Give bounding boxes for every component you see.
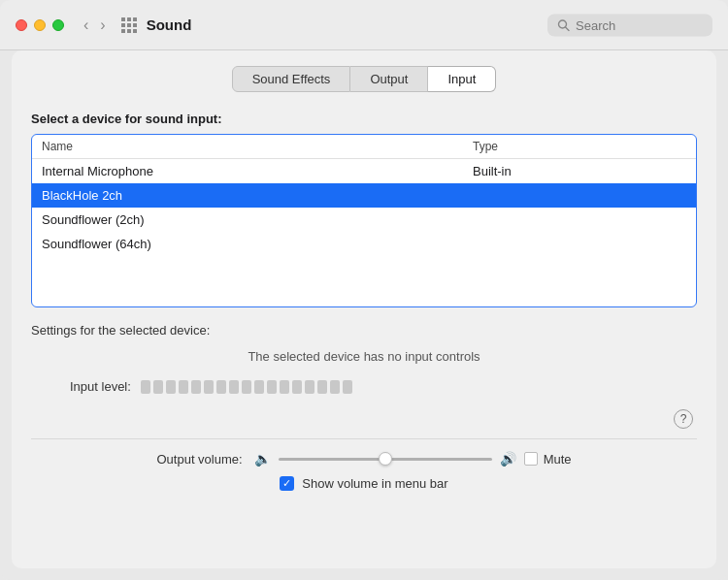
table-row[interactable]: BlackHole 2ch [32,183,696,208]
device-type: Built-in [473,164,686,178]
tabs: Sound Effects Output Input [31,66,697,92]
table-row[interactable]: Soundflower (64ch) [32,232,696,256]
back-button[interactable]: ‹ [80,16,92,35]
level-bar [141,380,150,394]
device-name: BlackHole 2ch [42,188,473,203]
maximize-button[interactable] [52,19,64,31]
level-bars [141,380,352,394]
svg-line-1 [566,27,570,31]
bottom-controls: Output volume: 🔈 🔊 Mute ✓ Show volume in… [31,438,697,491]
output-volume-label: Output volume: [156,452,242,467]
table-row[interactable]: Internal Microphone Built-in [32,159,696,183]
device-table: Name Type Internal Microphone Built-in B… [31,134,697,307]
minimize-button[interactable] [34,19,46,31]
device-name: Soundflower (64ch) [42,237,473,251]
col-type-header: Type [473,140,686,153]
traffic-lights [16,19,64,31]
level-bar [292,380,302,394]
level-bar [330,380,340,394]
level-bar [216,380,226,394]
level-bar [254,380,264,394]
close-button[interactable] [16,19,27,31]
col-name-header: Name [42,140,473,153]
volume-high-icon: 🔊 [500,451,516,467]
grid-icon [121,17,137,33]
forward-button[interactable]: › [96,16,109,35]
titlebar: ‹ › Sound [0,0,728,50]
search-input[interactable] [576,17,703,32]
mute-checkbox[interactable] [524,452,538,466]
table-header: Name Type [32,135,696,159]
level-bar [242,380,251,394]
select-device-label: Select a device for sound input: [31,112,697,126]
no-controls-text: The selected device has no input control… [31,349,697,364]
tab-input[interactable]: Input [428,66,496,92]
show-volume-label: Show volume in menu bar [302,476,447,491]
level-bar [305,380,314,394]
level-bar [153,380,163,394]
level-bar [317,380,327,394]
level-bar [191,380,201,394]
help-button[interactable]: ? [674,409,693,429]
menubar-row: ✓ Show volume in menu bar [31,476,697,491]
search-icon [557,18,570,31]
volume-row: Output volume: 🔈 🔊 Mute [31,451,697,467]
volume-low-icon: 🔈 [254,451,271,467]
mute-section: Mute [524,452,572,467]
apps-grid-icon[interactable] [121,17,137,33]
tab-output[interactable]: Output [350,66,428,92]
level-bar [280,380,289,394]
checkmark-icon: ✓ [282,477,291,490]
window-title: Sound [147,16,192,33]
content-area: Sound Effects Output Input Select a devi… [12,50,716,568]
level-bar [229,380,239,394]
settings-label: Settings for the selected device: [31,323,697,338]
device-name: Soundflower (2ch) [42,212,473,227]
level-bar [343,380,352,394]
level-bar [204,380,214,394]
level-bar [179,380,188,394]
tab-sound-effects[interactable]: Sound Effects [232,66,351,92]
table-row[interactable]: Soundflower (2ch) [32,208,696,232]
show-volume-checkbox[interactable]: ✓ [280,476,294,491]
input-level-label: Input level: [70,379,131,394]
nav-buttons: ‹ › [80,16,110,35]
level-bar [166,380,176,394]
input-level-row: Input level: [31,379,697,394]
help-row: ? [31,409,697,429]
mute-label: Mute [544,452,572,467]
device-name: Internal Microphone [42,164,473,178]
search-bar[interactable] [547,14,712,36]
volume-slider[interactable] [279,458,492,461]
level-bar [267,380,277,394]
